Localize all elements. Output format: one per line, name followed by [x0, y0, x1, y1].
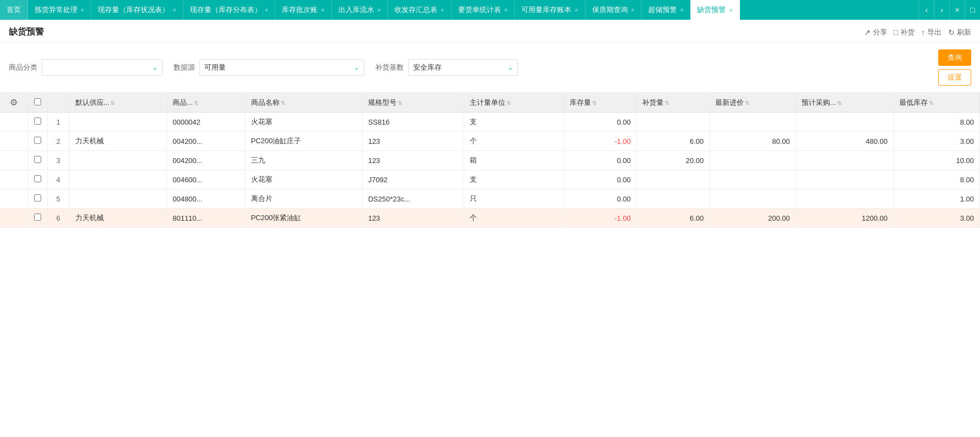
th-spec[interactable]: 规格型号⇅ [363, 93, 464, 113]
page-header: 缺货预警 ↗ 分享 □ 补货 ↑ 导出 ↻ 刷新 [0, 20, 980, 43]
cell-check-1 [27, 132, 47, 151]
setting-button[interactable]: 设置 [938, 69, 971, 86]
cell-latest-price-0 [709, 113, 795, 132]
th-code[interactable]: 商品...⇅ [167, 93, 245, 113]
th-replenish[interactable]: 补货量⇅ [637, 93, 710, 113]
row-checkbox-0[interactable] [34, 117, 41, 125]
nav-tab-stock-dist[interactable]: 现存量（库存分布表）× [183, 0, 275, 20]
th-min-stock[interactable]: 最低库存⇅ [893, 93, 979, 113]
nav-tab-close-overstock[interactable]: × [680, 7, 683, 13]
row-checkbox-5[interactable] [34, 214, 41, 221]
cell-gear-0 [0, 113, 27, 132]
table-row: 3004200...三九123箱0.0020.0010.00 [0, 151, 980, 170]
replenish-base-select[interactable]: 安全库存 ⌄ [408, 59, 518, 76]
th-unit[interactable]: 主计量单位⇅ [464, 93, 564, 113]
filter-area: 商品分类 ⌄ 数据源 可用量 ⌄ 补货基数 安全库存 ⌄ 查询 设置 [0, 43, 980, 93]
replenish-base-filter-group: 补货基数 安全库存 ⌄ [375, 59, 518, 76]
cell-min-stock-1: 3.00 [893, 132, 979, 151]
cell-min-stock-0: 8.00 [893, 113, 979, 132]
cell-supplier-3 [69, 170, 167, 189]
category-arrow-icon: ⌄ [152, 64, 158, 71]
datasource-select[interactable]: 可用量 ⌄ [199, 59, 364, 76]
nav-tab-close-order-stat[interactable]: × [504, 7, 508, 13]
nav-tab-label-order-stat: 要货单统计表 [458, 5, 501, 15]
nav-tab-close-expiry[interactable]: × [631, 7, 634, 13]
nav-tab-label-stock-status: 现存量（库存状况表） [98, 5, 169, 15]
cell-min-stock-3: 8.00 [893, 170, 979, 189]
nav-tab-receipt[interactable]: 收发存汇总表× [388, 0, 451, 20]
replenish-btn[interactable]: □ 补货 [894, 27, 915, 37]
cell-latest-price-2 [709, 151, 795, 170]
nav-tab-batch[interactable]: 库存批次账× [275, 0, 331, 20]
cell-stock-2: 0.00 [564, 151, 637, 170]
nav-tab-available[interactable]: 可用量库存账本× [515, 0, 585, 20]
nav-tab-stock-status[interactable]: 现存量（库存状况表）× [91, 0, 183, 20]
select-all-checkbox[interactable] [34, 98, 41, 105]
nav-next-btn[interactable]: › [934, 0, 949, 20]
row-checkbox-1[interactable] [34, 137, 41, 144]
nav-prev-btn[interactable]: ‹ [918, 0, 934, 20]
share-btn[interactable]: ↗ 分享 [864, 27, 887, 37]
header-actions: ↗ 分享 □ 补货 ↑ 导出 ↻ 刷新 [864, 27, 971, 37]
datasource-filter-group: 数据源 可用量 ⌄ [174, 59, 364, 76]
cell-check-2 [27, 151, 47, 170]
th-supplier[interactable]: 默认供应...⇅ [69, 93, 167, 113]
cell-unit-1: 个 [464, 132, 564, 151]
nav-tab-close-abnormal[interactable]: × [81, 7, 84, 13]
nav-tab-close-inout[interactable]: × [377, 7, 381, 13]
nav-tab-abnormal[interactable]: 拣货异常处理× [28, 0, 91, 20]
nav-tab-expiry[interactable]: 保质期查询× [586, 0, 642, 20]
export-btn[interactable]: ↑ 导出 [921, 27, 942, 37]
nav-tab-label-shortage: 缺货预警 [697, 5, 726, 15]
cell-spec-4: DS250*23c... [363, 189, 464, 209]
name-sort-icon: ⇅ [281, 100, 285, 106]
table-row: 2力天机械004200...PC200油缸庄子123个-1.006.0080.0… [0, 132, 980, 151]
category-select[interactable]: ⌄ [42, 59, 163, 76]
cell-latest-price-5: 200.00 [709, 209, 795, 228]
row-checkbox-4[interactable] [34, 194, 41, 201]
nav-tab-order-stat[interactable]: 要货单统计表× [452, 0, 515, 20]
th-stock[interactable]: 库存量⇅ [564, 93, 637, 113]
nav-maximize-btn[interactable]: □ [965, 0, 980, 20]
cell-min-stock-5: 3.00 [893, 209, 979, 228]
nav-tab-label-batch: 库存批次账 [282, 5, 318, 15]
nav-tab-close-receipt[interactable]: × [441, 7, 444, 13]
cell-replenish-1: 6.00 [637, 132, 710, 151]
nav-close-btn[interactable]: × [949, 0, 965, 20]
nav-tab-inout[interactable]: 出入库流水× [332, 0, 388, 20]
nav-tab-close-available[interactable]: × [575, 7, 578, 13]
datasource-value: 可用量 [204, 63, 226, 72]
page-title: 缺货预警 [9, 26, 44, 38]
nav-tab-home[interactable]: 首页 [0, 0, 28, 20]
latest-price-sort-icon: ⇅ [745, 100, 749, 106]
cell-min-stock-2: 10.00 [893, 151, 979, 170]
export-icon: ↑ [921, 28, 925, 37]
nav-tab-overstock[interactable]: 超储预警× [642, 0, 691, 20]
refresh-btn[interactable]: ↻ 刷新 [948, 27, 971, 37]
nav-tab-close-shortage[interactable]: × [729, 7, 732, 13]
nav-tab-close-batch[interactable]: × [321, 7, 324, 13]
cell-index-0: 1 [47, 113, 69, 132]
cell-supplier-5: 力天机械 [69, 209, 167, 228]
th-name[interactable]: 商品名称⇅ [245, 93, 363, 113]
table-container: ⚙ 默认供应...⇅ 商品...⇅ 商品名称⇅ [0, 93, 980, 228]
row-checkbox-2[interactable] [34, 156, 41, 163]
nav-tab-close-stock-dist[interactable]: × [265, 7, 268, 13]
nav-tab-label-stock-dist: 现存量（库存分布表） [190, 5, 261, 15]
th-est-purchase[interactable]: 预计采购...⇅ [796, 93, 894, 113]
query-button[interactable]: 查询 [938, 49, 971, 66]
th-latest-price[interactable]: 最新进价⇅ [709, 93, 795, 113]
table-row: 4004600...火花塞J7092支0.008.00 [0, 170, 980, 189]
cell-est-purchase-2 [796, 151, 894, 170]
filter-right-actions: 查询 设置 [938, 49, 971, 86]
stock-sort-icon: ⇅ [592, 100, 597, 106]
table-row: 5004800...离合片DS250*23c...只0.001.00 [0, 189, 980, 209]
nav-tab-shortage[interactable]: 缺货预警× [691, 0, 739, 20]
share-label: 分享 [873, 27, 887, 37]
row-checkbox-3[interactable] [34, 175, 41, 182]
spec-sort-icon: ⇅ [398, 100, 402, 106]
gear-settings-icon[interactable]: ⚙ [10, 98, 18, 107]
cell-spec-1: 123 [363, 132, 464, 151]
nav-tab-close-stock-status[interactable]: × [172, 7, 176, 13]
category-filter-group: 商品分类 ⌄ [9, 59, 163, 76]
